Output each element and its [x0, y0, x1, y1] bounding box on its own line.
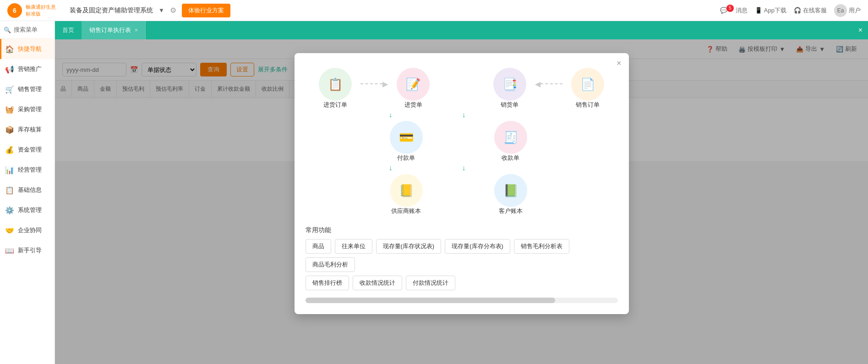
sidebar-item-label: 营销推广 [18, 65, 42, 73]
sidebar-item-system[interactable]: ⚙️ 系统管理 [0, 200, 55, 220]
purchase-bill-circle[interactable]: 📝 [397, 68, 430, 101]
payment-bill-label: 付款单 [397, 154, 415, 162]
func-btn-stock-dist[interactable]: 现存量(库存分布表) [445, 239, 510, 254]
inventory-icon: 📦 [5, 125, 14, 134]
message-button[interactable]: 💬 5 消息 [720, 6, 748, 15]
func-btn-stock-status[interactable]: 现存量(库存状况表) [376, 239, 442, 254]
service-icon: 🎧 [794, 7, 801, 14]
sidebar-item-label: 销售管理 [18, 85, 42, 93]
supplier-account-label: 供应商账本 [391, 207, 421, 215]
purchase-order-label: 进货订单 [323, 101, 347, 109]
modal-close-button[interactable]: × [617, 59, 622, 68]
flow-section: 📋 进货订单 ▶ 📝 进货单 [306, 64, 618, 223]
message-badge: 5 [726, 5, 734, 12]
sidebar-item-label: 快捷导航 [18, 45, 42, 53]
header-dropdown[interactable]: ▼ [158, 7, 164, 14]
flow-col-payment-bill: 💳 付款单 [374, 121, 438, 162]
tab-close-icon[interactable]: × [135, 27, 138, 33]
sidebar-item-basic-info[interactable]: 📋 基础信息 [0, 180, 55, 200]
func-buttons-row2: 销售排行榜 收款情况统计 付款情况统计 [306, 276, 618, 290]
purchase-bill-label: 进货单 [404, 101, 422, 109]
func-btn-receipt-stats[interactable]: 收款情况统计 [353, 276, 402, 290]
flow-col-purchase-order: 📋 进货订单 [310, 68, 361, 109]
flow-col-sales-bill: 📑 销货单 [485, 68, 535, 109]
modal-scrollbar[interactable] [306, 298, 618, 303]
sidebar-item-label: 采购管理 [18, 105, 42, 114]
func-buttons: 商品 往来单位 现存量(库存状况表) 现存量(库存分布表) 销售毛利分析表 商品… [306, 239, 618, 272]
sidebar-item-operations[interactable]: 📊 经营管理 [0, 160, 55, 180]
basic-info-icon: 📋 [5, 185, 14, 195]
marketing-icon: 📢 [5, 65, 14, 74]
tab-sales-order-exec[interactable]: 销售订单执行表 × [82, 21, 146, 39]
header-center: 装备及固定资产辅助管理系统 ▼ ⚙ 体验行业方案 [62, 4, 720, 17]
quick-nav-modal: × 📋 进货订单 ▶ [295, 53, 629, 314]
func-btn-product-gross[interactable]: 商品毛利分析 [306, 257, 355, 272]
avatar: Ea [834, 4, 847, 17]
sidebar-item-label: 企业协同 [18, 226, 42, 234]
app-download-button[interactable]: 📱 App下载 [755, 6, 786, 15]
sales-bill-label: 销货单 [501, 101, 519, 109]
online-service-button[interactable]: 🎧 在线客服 [794, 6, 827, 15]
sidebar-item-label: 新手引导 [18, 246, 42, 255]
modal-overlay: × 📋 进货订单 ▶ [55, 39, 868, 364]
flow-col-receipt-bill: 🧾 收款单 [479, 121, 543, 162]
sidebar-nav: 🏠 快捷导航 📢 营销推广 🛒 销售管理 🧺 采购管理 📦 库存核算 💰 [0, 39, 55, 364]
sidebar-item-label: 经营管理 [18, 166, 42, 174]
purchase-icon: 🧺 [5, 105, 14, 114]
flow-col-sales-order: 📄 销售订单 [562, 68, 613, 109]
sidebar-item-label: 库存核算 [18, 125, 42, 134]
tab-bar: 首页 销售订单执行表 × × [55, 21, 868, 39]
sales-order-label: 销售订单 [576, 101, 600, 109]
receipt-bill-label: 收款单 [502, 154, 519, 162]
logo-area: 6 畅康通好生意 标准版 [7, 3, 62, 18]
logo-icon: 6 [7, 3, 22, 18]
sales-icon: 🛒 [5, 85, 14, 94]
common-functions: 常用功能 商品 往来单位 现存量(库存状况表) 现存量(库存分布表) 销售毛利分… [306, 223, 618, 294]
sidebar-item-label: 资金管理 [18, 146, 42, 154]
payment-bill-circle[interactable]: 💳 [390, 121, 423, 154]
sidebar-item-quick-nav[interactable]: 🏠 快捷导航 [0, 39, 55, 59]
sidebar-item-inventory[interactable]: 📦 库存核算 [0, 120, 55, 140]
purchase-order-circle[interactable]: 📋 [319, 68, 352, 101]
try-plan-button[interactable]: 体验行业方案 [182, 4, 230, 17]
main-layout: 🔍 搜索菜单 🏠 快捷导航 📢 营销推广 🛒 销售管理 🧺 采购管理 📦 [0, 21, 868, 364]
sidebar-item-purchase[interactable]: 🧺 采购管理 [0, 99, 55, 120]
sidebar-item-label: 基础信息 [18, 186, 42, 194]
customer-account-circle[interactable]: 📗 [494, 174, 527, 207]
cooperation-icon: 🤝 [5, 226, 14, 235]
func-btn-product[interactable]: 商品 [306, 239, 331, 254]
settings-icon[interactable]: ⚙ [170, 6, 176, 15]
tab-bar-close-button[interactable]: × [858, 26, 863, 34]
customer-account-label: 客户账本 [499, 207, 523, 215]
flow-col-purchase-bill: 📝 进货单 [388, 68, 439, 109]
system-icon: ⚙️ [5, 206, 14, 215]
guide-icon: 📖 [5, 246, 14, 255]
sidebar-item-finance[interactable]: 💰 资金管理 [0, 140, 55, 160]
common-functions-title: 常用功能 [306, 226, 618, 234]
system-title: 装备及固定资产辅助管理系统 [70, 6, 153, 15]
main-content: 首页 销售订单执行表 × × ❓ 帮助 🖨️ 按模板打印 ▼ [55, 21, 868, 364]
sidebar-item-sales[interactable]: 🛒 销售管理 [0, 79, 55, 99]
func-btn-payment-stats[interactable]: 付款情况统计 [406, 276, 455, 290]
receipt-bill-circle[interactable]: 🧾 [494, 121, 527, 154]
flow-col-supplier-account: 📒 供应商账本 [374, 174, 438, 215]
user-menu[interactable]: Ea 用户 [834, 4, 861, 17]
sales-order-circle[interactable]: 📄 [571, 68, 604, 101]
sidebar-item-label: 系统管理 [18, 206, 42, 214]
sales-bill-circle[interactable]: 📑 [493, 68, 526, 101]
sidebar-item-cooperation[interactable]: 🤝 企业协同 [0, 220, 55, 240]
sidebar: 🔍 搜索菜单 🏠 快捷导航 📢 营销推广 🛒 销售管理 🧺 采购管理 📦 [0, 21, 55, 364]
tab-home[interactable]: 首页 [55, 21, 82, 39]
func-btn-partner[interactable]: 往来单位 [335, 239, 372, 254]
logo-text: 畅康通好生意 标准版 [26, 4, 56, 17]
sidebar-item-guide[interactable]: 📖 新手引导 [0, 240, 55, 261]
supplier-account-circle[interactable]: 📒 [390, 174, 423, 207]
sidebar-item-marketing[interactable]: 📢 营销推广 [0, 59, 55, 79]
download-icon: 📱 [755, 7, 762, 14]
home-icon: 🏠 [5, 44, 14, 54]
func-btn-sales-gross[interactable]: 销售毛利分析表 [514, 239, 569, 254]
search-menu[interactable]: 🔍 搜索菜单 [0, 21, 55, 39]
func-btn-sales-ranking[interactable]: 销售排行榜 [306, 276, 349, 290]
top-header: 6 畅康通好生意 标准版 装备及固定资产辅助管理系统 ▼ ⚙ 体验行业方案 💬 … [0, 0, 868, 21]
finance-icon: 💰 [5, 145, 14, 154]
